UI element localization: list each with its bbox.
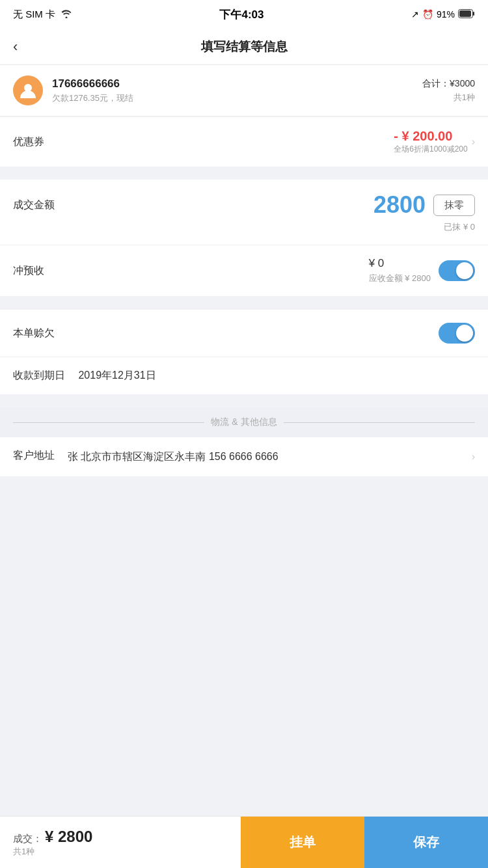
logistics-label: 物流 & 其他信息 — [211, 416, 277, 428]
divider-2 — [0, 303, 488, 309]
due-date-row: 收款到期日 2019年12月31日 — [0, 357, 488, 394]
coupon-label: 优惠券 — [13, 135, 44, 149]
save-button[interactable]: 保存 — [364, 817, 488, 869]
round-button[interactable]: 抹零 — [433, 195, 475, 216]
status-left: 无 SIM 卡 — [13, 8, 72, 21]
battery-percent: 91% — [437, 9, 455, 20]
prepayment-toggle[interactable] — [439, 260, 475, 281]
divider-line-left — [13, 422, 204, 423]
address-value: 张 北京市市辖区海淀区永丰南 156 6666 6666 — [68, 449, 465, 465]
prepayment-section: 冲预收 ¥ 0 应收金额 ¥ 2800 — [0, 245, 488, 296]
divider-line-right — [284, 422, 475, 423]
deal-amount-label: 成交金额 — [13, 198, 55, 212]
nav-bar: ‹ 填写结算等信息 — [0, 29, 488, 65]
due-date-label: 收款到期日 — [13, 370, 65, 381]
svg-rect-2 — [473, 12, 474, 16]
status-bar: 无 SIM 卡 下午4:03 ↗ ⏰ 91% — [0, 0, 488, 29]
status-right: ↗ ⏰ 91% — [411, 9, 475, 20]
summary-label: 成交： — [13, 833, 42, 845]
deal-amount-card: 成交金额 2800 抹零 已抹 ¥ 0 冲预收 ¥ 0 应收金额 ¥ 2800 — [0, 180, 488, 296]
credit-row: 本单赊欠 — [0, 309, 488, 357]
bottom-bar: 成交： ¥ 2800 共1种 挂单 保存 — [0, 816, 488, 868]
coupon-description: 全场6折满1000减200 — [394, 144, 467, 155]
bottom-summary: 成交： ¥ 2800 共1种 — [0, 828, 241, 858]
divider-1 — [0, 173, 488, 180]
avatar — [13, 75, 43, 105]
customer-left: 17666666666 欠款1276.35元，现结 — [13, 75, 133, 105]
logistics-divider: 物流 & 其他信息 — [0, 407, 488, 437]
credit-card: 本单赊欠 收款到期日 2019年12月31日 — [0, 309, 488, 394]
battery-icon — [458, 9, 475, 20]
customer-phone: 17666666666 — [52, 77, 133, 90]
svg-rect-1 — [459, 10, 471, 17]
amount-right: 2800 抹零 — [373, 191, 475, 219]
alarm-icon: ⏰ — [422, 9, 433, 20]
coupon-row[interactable]: 优惠券 - ¥ 200.00 全场6折满1000减200 › — [0, 116, 488, 167]
prepayment-amount: ¥ 0 — [369, 257, 431, 270]
amount-row: 成交金额 2800 抹零 — [13, 191, 475, 219]
hold-button[interactable]: 挂单 — [241, 817, 364, 869]
customer-total: 合计：¥3000 共1种 — [422, 78, 475, 103]
address-row[interactable]: 客户地址 张 北京市市辖区海淀区永丰南 156 6666 6666 › — [0, 437, 488, 476]
amount-section: 成交金额 2800 抹零 已抹 ¥ 0 — [0, 180, 488, 245]
prepayment-row: 冲预收 ¥ 0 应收金额 ¥ 2800 — [13, 257, 475, 284]
round-sub-text: 已抹 ¥ 0 — [13, 221, 475, 233]
total-count: 共1种 — [422, 92, 475, 103]
prepayment-right: ¥ 0 应收金额 ¥ 2800 — [369, 257, 475, 284]
due-date-value: 2019年12月31日 — [78, 370, 156, 381]
divider-3 — [0, 401, 488, 407]
customer-row: 17666666666 欠款1276.35元，现结 合计：¥3000 共1种 — [0, 65, 488, 116]
sim-status: 无 SIM 卡 — [13, 8, 55, 21]
credit-label: 本单赊欠 — [13, 327, 55, 340]
address-label: 客户地址 — [13, 449, 55, 463]
address-card: 客户地址 张 北京市市辖区海淀区永丰南 156 6666 6666 › — [0, 437, 488, 476]
status-time: 下午4:03 — [219, 7, 264, 22]
total-label: 合计：¥3000 — [422, 78, 475, 90]
coupon-chevron-icon: › — [472, 136, 475, 148]
bottom-spacer — [0, 483, 488, 535]
customer-info: 17666666666 欠款1276.35元，现结 — [52, 77, 133, 104]
summary-count: 共1种 — [13, 846, 228, 858]
customer-subtitle: 欠款1276.35元，现结 — [52, 92, 133, 104]
wifi-icon — [61, 9, 72, 20]
prepayment-sub: 应收金额 ¥ 2800 — [369, 273, 431, 284]
credit-toggle[interactable] — [439, 323, 475, 344]
prepayment-label: 冲预收 — [13, 264, 44, 278]
back-button[interactable]: ‹ — [13, 38, 18, 55]
coupon-right: - ¥ 200.00 全场6折满1000减200 › — [394, 129, 475, 155]
summary-amount: ¥ 2800 — [45, 828, 92, 846]
coupon-amount: - ¥ 200.00 — [394, 129, 467, 144]
location-icon: ↗ — [411, 9, 419, 20]
deal-amount-value: 2800 — [373, 191, 426, 219]
customer-card: 17666666666 欠款1276.35元，现结 合计：¥3000 共1种 优… — [0, 65, 488, 167]
page-title: 填写结算等信息 — [201, 38, 288, 55]
address-chevron-icon: › — [472, 451, 475, 463]
